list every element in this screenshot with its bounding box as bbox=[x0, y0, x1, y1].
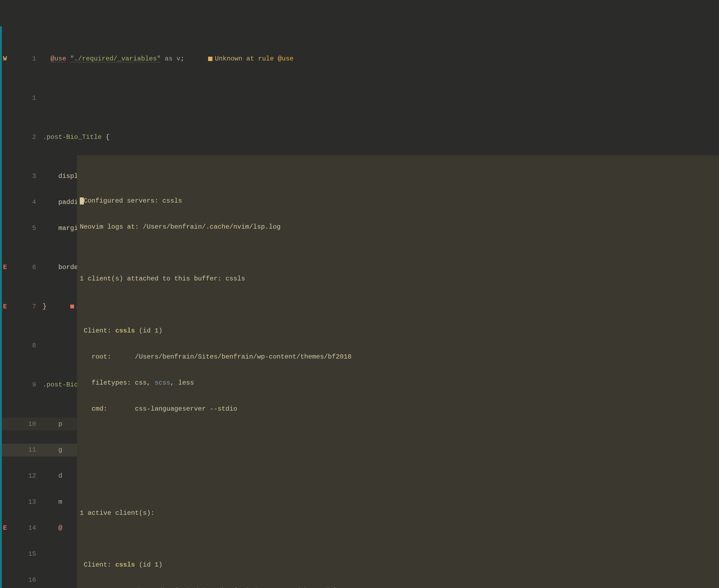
editor-viewport[interactable]: W 1 @use "./required/_variables" as v ; … bbox=[0, 26, 719, 588]
accent-stripe bbox=[0, 26, 2, 588]
float-line bbox=[80, 481, 716, 493]
code-row[interactable]: 2 .post-Bio_Title { bbox=[2, 131, 719, 144]
code-row[interactable]: 1 bbox=[2, 92, 719, 105]
at-rule: @use bbox=[50, 56, 66, 62]
float-line: 1 active client(s): bbox=[80, 507, 716, 520]
float-line bbox=[80, 168, 716, 182]
code-row[interactable]: W 1 @use "./required/_variables" as v ; … bbox=[2, 52, 719, 66]
float-line: Client: cssls (id 1) bbox=[80, 324, 716, 338]
lspinfo-float[interactable]: Configured servers: cssls Neovim logs at… bbox=[77, 155, 719, 588]
float-line: cmd: css-languageserver --stdio bbox=[80, 402, 716, 416]
float-line: root: /Users/benfrain/Sites/benfrain/wp-… bbox=[80, 351, 716, 364]
float-line: Neovim logs at: /Users/benfrain/.cache/n… bbox=[80, 220, 716, 233]
float-line: 1 client(s) attached to this buffer: css… bbox=[80, 273, 716, 286]
float-line: Client: cssls (id 1) bbox=[80, 559, 716, 572]
float-line: root: /Users/benfrain/Sites/benfrain/wp-… bbox=[80, 585, 716, 588]
cursor-block bbox=[80, 197, 84, 205]
float-line: filetypes: css, scss, less bbox=[80, 376, 716, 390]
line-number: 1 bbox=[16, 52, 40, 66]
sign-column: W bbox=[2, 52, 16, 66]
float-line bbox=[80, 299, 716, 312]
float-line bbox=[80, 428, 716, 442]
float-line bbox=[80, 455, 716, 467]
css-selector: .post-Bio_Title bbox=[43, 134, 102, 141]
diagnostic-text: Unknown at rule @use bbox=[215, 56, 293, 62]
string-literal: "./required/_variables" bbox=[70, 56, 161, 62]
float-line bbox=[80, 247, 716, 259]
error-icon bbox=[70, 304, 74, 309]
float-line: Configured servers: cssls bbox=[80, 194, 716, 208]
code-cell[interactable]: @use "./required/_variables" as v ; Unkn… bbox=[40, 52, 719, 66]
warning-icon bbox=[208, 57, 213, 61]
float-line bbox=[80, 533, 716, 546]
